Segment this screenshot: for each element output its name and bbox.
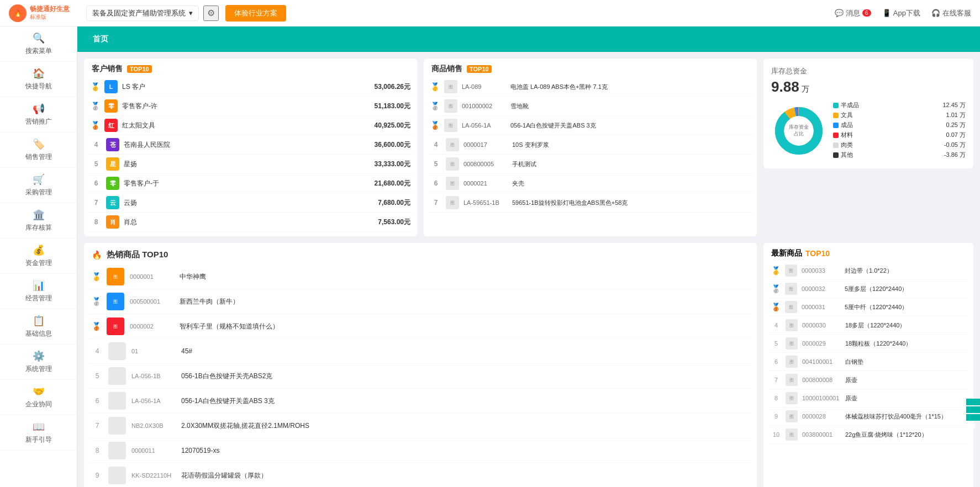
online-service-label: 在线客服 bbox=[942, 8, 971, 18]
hot-product-item: 5 LA-056-1B 056-1B白色按键开关壳ABS2克 bbox=[89, 364, 751, 389]
inventory-unit: 万 bbox=[802, 84, 809, 94]
rank-number: 9 bbox=[92, 472, 103, 479]
customer-name: LS 客户 bbox=[122, 82, 370, 92]
hot-product-name: 056-1A白色按键开关盖ABS 3克 bbox=[181, 396, 749, 406]
customer-avatar: 云 bbox=[106, 196, 119, 209]
product-name: 电池盖 LA-089 ABS本色+黑种 7.1克 bbox=[510, 83, 750, 91]
system-selector[interactable]: 装备及固定资产辅助管理系统 ▾ bbox=[86, 6, 199, 21]
legend-value: -3.86 万 bbox=[944, 151, 966, 159]
logo-area: 🔥 畅捷通好生意 标准版 bbox=[9, 4, 86, 22]
legend-item: 成品 0.25 万 bbox=[833, 121, 966, 129]
new-product-thumb: 图 bbox=[785, 283, 797, 295]
rank-number: 8 bbox=[91, 218, 102, 226]
top-content-grid: 客户销售 TOP10 🥇 L LS 客户 53,006.26元 🥈 零 零售客户… bbox=[77, 52, 980, 243]
hot-product-code: 0000002 bbox=[130, 323, 174, 330]
sidebar-item-sales[interactable]: 🏷️ 销售管理 bbox=[0, 133, 77, 168]
product-name: 手机测试 bbox=[512, 160, 750, 168]
legend-label: 半成品 bbox=[841, 101, 940, 109]
gold-medal-icon: 🥇 bbox=[771, 266, 781, 275]
hot-product-item: 4 01 45# bbox=[89, 339, 751, 364]
new-product-item: 🥈 图 0000032 5厘多层（1220*2440） bbox=[769, 280, 968, 298]
system-icon: ⚙️ bbox=[33, 350, 45, 362]
new-product-name: 封边带（1.0*22） bbox=[845, 267, 966, 275]
legend-item: 半成品 12.45 万 bbox=[833, 101, 966, 109]
product-rank-item: 🥈 图 001000002 雪地靴 bbox=[428, 97, 752, 116]
sidebar-item-marketing[interactable]: 📢 营销推广 bbox=[0, 97, 77, 133]
new-product-item: 5 图 0000029 18颗粒板（1220*2440） bbox=[769, 335, 968, 353]
operations-icon: 📊 bbox=[33, 279, 45, 292]
new-product-code: 10000100001 bbox=[802, 395, 841, 401]
customer-value: 7,680.00元 bbox=[378, 198, 410, 208]
logo-text: 畅捷通好生意 bbox=[30, 5, 70, 13]
product-thumb: 图 bbox=[444, 119, 457, 132]
hot-product-item: 9 KK-SD22110H 花语萌假温分罐罐袋（厚款） bbox=[89, 463, 751, 487]
product-rank-item: 6 图 0000021 夹壳 bbox=[428, 174, 752, 193]
rank-number: 4 bbox=[771, 322, 781, 329]
product-rank-item: 5 图 000800005 手机测试 bbox=[428, 155, 752, 174]
new-products-badge: TOP10 bbox=[805, 249, 830, 258]
legend-item: 其他 -3.86 万 bbox=[833, 151, 966, 159]
sidebar: 🔍 搜索菜单 🏠 快捷导航 📢 营销推广 🏷️ 销售管理 🛒 采购管理 🏛️ 库… bbox=[0, 27, 77, 487]
inventory-card: 库存总资金 9.88 万 bbox=[763, 59, 973, 168]
legend-value: 0.07 万 bbox=[946, 131, 966, 139]
enterprise-icon: 🤝 bbox=[33, 385, 45, 398]
gear-button[interactable]: ⚙ bbox=[203, 6, 219, 21]
sidebar-item-finance[interactable]: 💰 资金管理 bbox=[0, 239, 77, 274]
hot-product-thumb: 图 bbox=[107, 317, 124, 335]
product-name: 59651-1B旋转投影灯电池盒ABS黑色+58克 bbox=[512, 199, 750, 207]
inventory-value-row: 9.88 万 bbox=[771, 78, 966, 96]
legend-label: 其他 bbox=[841, 151, 942, 159]
new-product-code: 004100001 bbox=[802, 358, 841, 365]
sidebar-item-guide[interactable]: 📖 新手引导 bbox=[0, 415, 77, 451]
customer-rank-item: 🥈 零 零售客户-许 51,183.00元 bbox=[88, 97, 413, 116]
new-product-code: 0000032 bbox=[802, 285, 840, 292]
hot-product-item: 🥇 图 0000001 中华神鹰 bbox=[89, 264, 751, 289]
product-thumb: 图 bbox=[446, 138, 459, 151]
new-product-code: 0000030 bbox=[802, 322, 841, 329]
new-product-name: 原壶 bbox=[845, 394, 966, 403]
hot-product-code: 0000001 bbox=[130, 273, 174, 280]
sidebar-item-inventory[interactable]: 🏛️ 库存核算 bbox=[0, 203, 77, 239]
customer-avatar: 零 bbox=[106, 177, 119, 190]
sidebar-item-enterprise[interactable]: 🤝 企业协同 bbox=[0, 380, 77, 415]
page-tab-home[interactable]: 首页 bbox=[88, 32, 113, 46]
new-product-thumb: 图 bbox=[786, 319, 798, 331]
headset-icon: 🎧 bbox=[931, 9, 940, 17]
inventory-title: 库存总资金 bbox=[771, 66, 966, 76]
sidebar-item-basic-info[interactable]: 📋 基础信息 bbox=[0, 309, 77, 345]
message-icon: 💬 bbox=[835, 9, 844, 17]
new-product-code: 0000031 bbox=[802, 304, 840, 310]
hot-product-thumb: 图 bbox=[107, 293, 124, 310]
sidebar-item-operations[interactable]: 📊 经营管理 bbox=[0, 274, 77, 309]
sidebar-label-search: 搜索菜单 bbox=[25, 46, 52, 56]
hot-product-name: 智利车子里（规格不知道填什么） bbox=[180, 322, 749, 331]
logo-icon: 🔥 bbox=[9, 4, 27, 22]
customer-rank-badge: TOP10 bbox=[127, 65, 152, 73]
app-download-button[interactable]: 📱 App下载 bbox=[882, 8, 920, 18]
online-service-button[interactable]: 🎧 在线客服 bbox=[931, 8, 971, 18]
messages-button[interactable]: 💬 消息 6 bbox=[835, 8, 871, 18]
product-code: LA-59651-1B bbox=[463, 199, 508, 206]
float-cs-live[interactable]: 直播 bbox=[966, 414, 980, 421]
float-cs-hotline[interactable]: 客服热线 bbox=[966, 399, 980, 405]
new-products-title: 最新商品 TOP10 bbox=[763, 243, 973, 262]
float-cs-community[interactable]: 服务社区 bbox=[966, 406, 980, 413]
product-rank-list: 🥇 图 LA-089 电池盖 LA-089 ABS本色+黑种 7.1克 🥈 图 … bbox=[424, 77, 757, 217]
sidebar-item-purchase[interactable]: 🛒 采购管理 bbox=[0, 168, 77, 203]
new-product-code: 000800008 bbox=[802, 377, 841, 383]
trial-button[interactable]: 体验行业方案 bbox=[225, 5, 286, 22]
new-product-item: 10 图 003800001 22g鱼豆腐·烧烤味（1*12*20） bbox=[769, 426, 968, 444]
hot-product-code: NB2.0X30B bbox=[131, 422, 176, 429]
sidebar-item-system[interactable]: ⚙️ 系统管理 bbox=[0, 345, 77, 380]
hot-product-name: 花语萌假温分罐罐袋（厚款） bbox=[181, 471, 749, 480]
sidebar-item-search[interactable]: 🔍 搜索菜单 bbox=[0, 27, 77, 62]
rank-number: 5 bbox=[92, 372, 103, 380]
new-products-card: 最新商品 TOP10 🥇 图 0000033 封边带（1.0*22） 🥈 图 0… bbox=[763, 243, 973, 487]
silver-medal-icon: 🥈 bbox=[91, 102, 100, 110]
new-product-thumb: 图 bbox=[785, 301, 797, 313]
hot-product-name: 056-1B白色按键开关壳ABS2克 bbox=[181, 372, 749, 381]
legend-dot bbox=[833, 133, 839, 138]
system-name: 装备及固定资产辅助管理系统 bbox=[92, 8, 186, 18]
rank-number: 5 bbox=[771, 340, 781, 347]
sidebar-item-quick-nav[interactable]: 🏠 快捷导航 bbox=[0, 62, 77, 97]
